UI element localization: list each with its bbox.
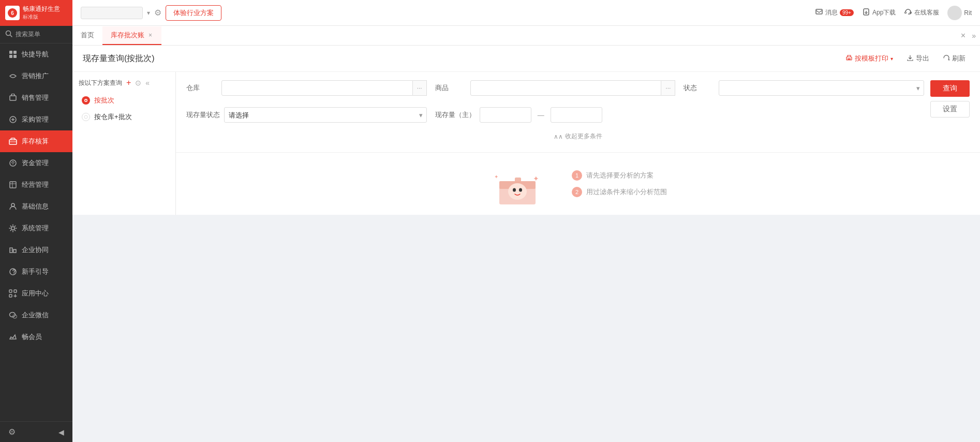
stock-qty-label: 现存量（主） <box>435 110 476 120</box>
sidebar-settings-icon[interactable]: ⚙ <box>8 427 16 437</box>
filter-settings-icon[interactable]: ⊙ <box>135 79 141 87</box>
tab-home[interactable]: 首页 <box>72 26 102 45</box>
sidebar-search-button[interactable]: 搜索菜单 <box>5 30 67 39</box>
sidebar-header: 6 畅康通好生意 标准版 <box>0 0 72 26</box>
refresh-icon <box>943 54 950 63</box>
stock-qty-min-input[interactable] <box>480 107 531 123</box>
sidebar-item-marketing[interactable]: 营销推广 <box>0 65 72 87</box>
sidebar-label-quicknav: 快捷导航 <box>22 50 49 59</box>
sidebar-item-finance[interactable]: 资金管理 <box>0 152 72 174</box>
scheme-item-warehouse-batch[interactable]: 按仓库+批次 <box>79 110 169 124</box>
filter-collapse-icon[interactable]: « <box>145 79 150 87</box>
topbar-dropdown-icon[interactable]: ▾ <box>147 9 150 17</box>
page-content: 现存量查询(按批次) 按模板打印 ▾ <box>72 46 980 442</box>
user-profile[interactable]: Rit <box>947 6 972 20</box>
filter-title: 按以下方案查询 <box>79 79 122 87</box>
sidebar-item-operations[interactable]: 经营管理 <box>0 174 72 196</box>
topbar-right: 消息 99+ App下载 <box>815 6 972 20</box>
svg-point-36 <box>85 100 87 101</box>
app-title-group: 畅康通好生意 标准版 <box>23 5 60 21</box>
svg-point-22 <box>13 273 14 274</box>
sidebar-item-sales[interactable]: 销售管理 <box>0 87 72 109</box>
sidebar-label-operations: 经营管理 <box>22 180 49 189</box>
app-download-button[interactable]: App下载 <box>862 8 896 18</box>
app-download-icon <box>862 8 870 18</box>
topbar: ▾ ⚙ 体验行业方案 消息 99+ <box>72 0 980 26</box>
status-select[interactable] <box>719 80 924 96</box>
svg-rect-23 <box>9 290 12 292</box>
print-button[interactable]: 按模板打印 ▾ <box>841 52 897 65</box>
tab-close-icon[interactable]: × <box>147 32 153 39</box>
tab-bar-expand-icon[interactable]: » <box>972 32 976 40</box>
collapse-row[interactable]: ∧∧ 收起更多条件 <box>186 129 970 144</box>
sidebar-item-newbie[interactable]: 新手引导 <box>0 261 72 283</box>
refresh-button[interactable]: 刷新 <box>939 52 970 65</box>
sidebar-item-appcenter[interactable]: 应用中心 <box>0 283 72 304</box>
warehouse-group: 仓库 ··· <box>186 80 427 96</box>
sidebar-item-purchase[interactable]: 采购管理 <box>0 109 72 130</box>
export-icon <box>907 54 914 63</box>
stock-status-select[interactable]: 请选择 <box>224 107 427 123</box>
experience-button[interactable]: 体验行业方案 <box>166 5 221 21</box>
print-label: 按模板打印 <box>855 54 888 63</box>
svg-rect-13 <box>10 182 16 188</box>
sidebar-collapse-icon[interactable]: ◀ <box>58 428 64 436</box>
system-icon <box>8 224 18 233</box>
tab-bar-close-icon[interactable]: × <box>961 31 966 40</box>
operations-icon <box>8 180 18 189</box>
filter-add-icon[interactable]: + <box>126 78 131 87</box>
customer-service-icon <box>904 8 912 18</box>
sidebar-item-system[interactable]: 系统管理 <box>0 217 72 239</box>
stock-qty-max-input[interactable] <box>551 107 602 123</box>
tab-inventory-batch[interactable]: 库存批次账 × <box>102 26 161 45</box>
topbar-search-input[interactable] <box>81 7 143 19</box>
sidebar-item-enterprise[interactable]: 企业协同 <box>0 239 72 261</box>
user-avatar <box>947 6 962 20</box>
scheme-dot-warehouse-batch <box>82 113 90 121</box>
sidebar-label-basics: 基础信息 <box>22 202 49 211</box>
message-button[interactable]: 消息 99+ <box>815 8 854 18</box>
warehouse-dots-btn[interactable]: ··· <box>413 80 427 96</box>
product-dots-btn[interactable]: ··· <box>661 80 675 96</box>
product-input[interactable] <box>470 80 662 96</box>
sidebar-item-member[interactable]: 畅会员 <box>0 326 72 348</box>
filter-header: 按以下方案查询 + ⊙ « <box>79 78 169 87</box>
app-download-label: App下载 <box>872 8 896 17</box>
export-label: 导出 <box>916 54 929 63</box>
wechat-icon <box>8 311 18 320</box>
query-button[interactable]: 查询 <box>930 80 970 97</box>
scheme-label-batch: 按批次 <box>94 96 114 105</box>
svg-point-31 <box>905 12 907 13</box>
warehouse-input[interactable] <box>221 80 413 96</box>
form-buttons: 查询 设置 <box>930 80 970 117</box>
print-dropdown-icon[interactable]: ▾ <box>890 56 893 62</box>
sidebar-item-inventory[interactable]: 库存核算 <box>0 130 72 152</box>
warehouse-input-wrapper: ··· <box>221 80 427 96</box>
export-button[interactable]: 导出 <box>902 52 933 65</box>
sidebar-item-basics[interactable]: 基础信息 <box>0 196 72 217</box>
sidebar-item-wechat[interactable]: 企业微信 <box>0 304 72 326</box>
enterprise-icon <box>8 245 18 255</box>
svg-point-21 <box>10 269 16 275</box>
sales-icon <box>8 93 18 102</box>
svg-rect-24 <box>14 290 17 292</box>
settings-button[interactable]: 设置 <box>930 101 970 117</box>
scheme-list: 按批次 按仓库+批次 <box>79 94 169 124</box>
purchase-icon <box>8 115 18 124</box>
svg-point-43 <box>519 188 522 192</box>
svg-rect-34 <box>848 58 851 60</box>
sidebar-nav: 快捷导航 营销推广 销售管理 <box>0 43 72 421</box>
status-select-wrapper: ▾ <box>719 80 924 96</box>
svg-rect-25 <box>9 294 12 297</box>
customer-service-button[interactable]: 在线客服 <box>904 8 939 18</box>
sidebar-label-finance: 资金管理 <box>22 158 49 168</box>
scheme-item-batch[interactable]: 按批次 <box>79 94 169 107</box>
sidebar-item-quicknav[interactable]: 快捷导航 <box>0 43 72 65</box>
topbar-gear-icon[interactable]: ⚙ <box>154 8 161 18</box>
sidebar-search-area[interactable]: 搜索菜单 <box>0 26 72 43</box>
content-wrapper: 按以下方案查询 + ⊙ « 按批次 <box>72 72 980 215</box>
collapse-up-icon: ∧∧ <box>554 133 563 140</box>
svg-rect-18 <box>10 248 12 253</box>
step-1-text: 请先选择要分析的方案 <box>586 171 654 180</box>
stock-status-group: 现存量状态 请选择 ▾ <box>186 107 427 123</box>
